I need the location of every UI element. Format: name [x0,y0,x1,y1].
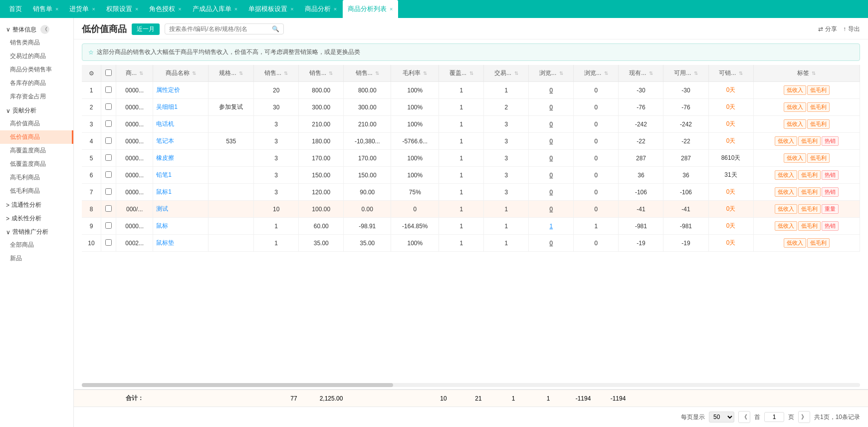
row-checkbox-cell[interactable] [101,235,116,252]
sidebar-item-low-value[interactable]: 低价值商品 [0,130,73,144]
close-icon[interactable]: × [92,6,95,12]
row-checkbox-cell[interactable] [101,184,116,201]
sidebar-item-sales-products[interactable]: 销售类商品 [0,36,73,49]
sidebar-item-new-products[interactable]: 新品 [0,252,73,265]
period-button[interactable]: 近一月 [132,23,160,35]
row-checkbox-cell[interactable] [101,133,116,150]
col-available[interactable]: 可用... ⇅ [663,65,708,82]
col-browse2[interactable]: 浏览... ⇅ [574,65,619,82]
col-settings[interactable]: ⚙ [82,65,101,82]
close-icon[interactable]: × [178,6,181,12]
col-checkbox[interactable] [101,65,116,82]
sidebar-item-high-value[interactable]: 高价值商品 [0,117,73,130]
close-icon[interactable]: × [390,6,393,12]
row-checkbox[interactable] [105,188,112,195]
product-name[interactable]: 属性定价 [153,82,209,99]
nav-inventory[interactable]: 产成品入库单 × [188,0,242,18]
product-name[interactable]: 笔记本 [153,133,209,150]
nav-home[interactable]: 首页 [4,0,27,18]
close-icon[interactable]: × [55,6,58,12]
close-icon[interactable]: × [290,6,293,12]
section-circulation[interactable]: > 流通性分析 [0,198,73,211]
product-name[interactable]: 橡皮擦 [153,150,209,167]
nav-purchase[interactable]: 进货单 × [64,0,100,18]
product-name[interactable]: 吴细细1 [153,99,209,116]
row-checkbox-cell[interactable] [101,201,116,218]
nav-sales[interactable]: 销售单 × [28,0,63,18]
col-browse1[interactable]: 浏览... ⇅ [529,65,574,82]
sidebar-item-traded-products[interactable]: 交易过的商品 [0,49,73,63]
section-marketing[interactable]: ∨ 营销推广分析 [0,225,73,238]
product-browse1[interactable]: 1 [529,218,574,235]
col-tags[interactable]: 标签 ⇅ [753,65,860,82]
export-button[interactable]: ↑ 导出 [843,25,860,33]
row-checkbox[interactable] [105,205,112,212]
row-checkbox-cell[interactable] [101,116,116,133]
col-qty[interactable]: 销售... ⇅ [254,65,299,82]
table-wrapper[interactable]: ⚙ 商... ⇅ 商品名称 ⇅ 规格... ⇅ 销售... ⇅ 销售... ⇅ … [74,65,868,383]
horizontal-scrollbar[interactable] [82,383,860,387]
section-contribution[interactable]: ∨ 贡献分析 [0,103,73,117]
col-saleable[interactable]: 可销... ⇅ [708,65,753,82]
last-page-button[interactable]: 》 [798,411,810,423]
col-amount[interactable]: 销售... ⇅ [344,65,391,82]
row-checkbox[interactable] [105,86,112,93]
section-overall[interactable]: ∨ 整体信息 《 [0,22,73,36]
col-price[interactable]: 销售... ⇅ [299,65,344,82]
col-current[interactable]: 现有... ⇅ [619,65,663,82]
row-checkbox[interactable] [105,103,112,110]
row-checkbox[interactable] [105,120,112,127]
row-checkbox[interactable] [105,154,112,161]
col-trade[interactable]: 交易... ⇅ [484,65,529,82]
row-checkbox-cell[interactable] [101,99,116,116]
product-name[interactable]: 测试 [153,201,209,218]
sidebar-item-high-margin[interactable]: 高毛利商品 [0,171,73,184]
product-spec [209,167,254,184]
sidebar-item-high-coverage[interactable]: 高覆盖度商品 [0,144,73,157]
nav-permissions[interactable]: 权限设置 × [101,0,143,18]
col-code[interactable]: 商... ⇅ [116,65,153,82]
product-name[interactable]: 鼠标1 [153,184,209,201]
product-tags: 低收入低毛利热销 [753,167,860,184]
col-coverage[interactable]: 覆盖... ⇅ [439,65,484,82]
col-name[interactable]: 商品名称 ⇅ [153,65,209,82]
product-name[interactable]: 鼠标垫 [153,235,209,252]
nav-product-analysis-list[interactable]: 商品分析列表 × [343,0,398,18]
search-icon[interactable]: 🔍 [272,25,279,32]
close-icon[interactable]: × [234,6,237,12]
product-name[interactable]: 铅笔1 [153,167,209,184]
product-name[interactable]: 鼠标 [153,218,209,235]
per-page-select[interactable]: 50 100 200 [709,412,734,423]
select-all-checkbox[interactable] [105,69,112,76]
collapse-button[interactable]: 《 [40,25,49,34]
nav-roles[interactable]: 角色授权 × [144,0,186,18]
close-icon[interactable]: × [334,6,337,12]
sidebar-item-low-margin[interactable]: 低毛利商品 [0,184,73,198]
nav-template[interactable]: 单据模板设置 × [243,0,298,18]
section-growth[interactable]: > 成长性分析 [0,211,73,225]
sidebar-item-category-rate[interactable]: 商品分类销售率 [0,63,73,76]
row-checkbox[interactable] [105,239,112,246]
scrollbar-thumb[interactable] [82,383,393,387]
sidebar-item-low-coverage[interactable]: 低覆盖度商品 [0,157,73,171]
nav-product-analysis[interactable]: 商品分析 × [300,0,342,18]
row-checkbox[interactable] [105,171,112,178]
search-input[interactable] [169,25,269,32]
sidebar-item-all-products[interactable]: 全部商品 [0,238,73,252]
row-checkbox[interactable] [105,222,112,229]
row-checkbox-cell[interactable] [101,150,116,167]
share-button[interactable]: ⇄ 分享 [818,25,837,33]
page-number-input[interactable] [764,412,784,422]
col-margin[interactable]: 毛利率 ⇅ [391,65,439,82]
sidebar-item-capital[interactable]: 库存资金占用 [0,90,73,103]
col-spec[interactable]: 规格... ⇅ [209,65,254,82]
first-page-button[interactable]: 《 [738,411,750,423]
row-checkbox-cell[interactable] [101,82,116,99]
sidebar-item-warehouse-products[interactable]: 各库存的商品 [0,76,73,90]
row-checkbox-cell[interactable] [101,167,116,184]
product-tag: 低收入 [784,102,806,112]
row-checkbox[interactable] [105,137,112,144]
close-icon[interactable]: × [135,6,138,12]
row-checkbox-cell[interactable] [101,218,116,235]
product-name[interactable]: 电话机 [153,116,209,133]
